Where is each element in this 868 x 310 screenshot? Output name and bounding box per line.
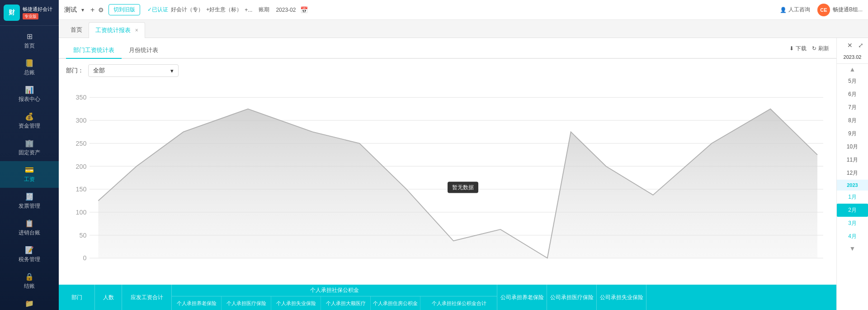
cal-month-5[interactable]: 5月 [837, 75, 868, 88]
sidebar-nav: ⊞ 首页 📒 总账 📊 报表中心 💰 资金管理 🏢 固定资产 💳 工资 🧾 发票… [0, 26, 59, 310]
sub-tab-monthly[interactable]: 月份统计表 [122, 43, 165, 59]
chevron-up-icon: ▲ [849, 66, 856, 73]
cal-year-2023: 2023 [837, 180, 868, 191]
sidebar-item-asset[interactable]: 🏢 固定资产 [0, 134, 59, 161]
sidebar-item-report[interactable]: 📊 报表中心 [0, 81, 59, 108]
refresh-btn[interactable]: ↻ 刷新 [812, 45, 829, 52]
assist-btn[interactable]: 👤 人工咨询 [780, 6, 810, 14]
tab-home[interactable]: 首页 [64, 22, 89, 38]
period-label: 账期 [259, 6, 269, 14]
filter-dropdown-icon: ▾ [170, 67, 174, 74]
cal-month-11[interactable]: 11月 [837, 153, 868, 167]
product-tag3: +... [245, 7, 252, 13]
th-personal-total: 个人承担社保公积金合计 [420, 296, 497, 310]
company-dropdown[interactable]: ▾ [81, 7, 84, 13]
cal-month-7[interactable]: 7月 [837, 101, 868, 114]
dept-filter-label: 部门： [66, 67, 84, 75]
tab-close-icon[interactable]: × [135, 27, 138, 33]
svg-text:150: 150 [76, 186, 87, 193]
add-icon[interactable]: + [90, 6, 94, 14]
cal-month-4[interactable]: 4月 [837, 230, 868, 243]
svg-text:100: 100 [76, 209, 87, 216]
sub-tab-dept[interactable]: 部门工资统计表 [66, 43, 122, 59]
app-logo-icon: 财 [4, 5, 20, 21]
sidebar-item-fund[interactable]: 💰 资金管理 [0, 108, 59, 134]
app-logo-text: 畅捷通好会计 专业版 [23, 6, 52, 20]
asset-icon: 🏢 [25, 139, 34, 148]
cal-month-6[interactable]: 6月 [837, 88, 868, 101]
user-avatar-area[interactable]: CE 畅捷通B组... [817, 4, 863, 16]
assist-icon: 👤 [780, 7, 787, 13]
cal-month-12[interactable]: 12月 [837, 167, 868, 180]
tab-salary-stat[interactable]: 工资统计报表 × [89, 22, 145, 38]
cal-month-1[interactable]: 1月 [837, 191, 868, 204]
close-account-icon: 🔒 [25, 272, 34, 281]
expand-panel-btn[interactable]: ⤢ [855, 40, 866, 51]
product-tag1: 好会计（专） [171, 6, 203, 14]
calendar-icon[interactable]: 📅 [300, 6, 308, 14]
svg-text:350: 350 [76, 94, 87, 101]
sidebar-item-tax[interactable]: 📝 税务管理 [0, 241, 59, 268]
filter-bar: 部门： 全部 ▾ [59, 59, 836, 82]
chevron-down-icon: ▼ [849, 245, 856, 252]
svg-text:50: 50 [80, 232, 87, 239]
certified-tag: ✓已认证 [147, 6, 168, 14]
sub-tabs: 部门工资统计表 月份统计表 ⬇ 下载 ↻ 刷新 [59, 38, 836, 59]
svg-text:250: 250 [76, 140, 87, 147]
th-personal-unemployment: 个人承担失业保险 [271, 296, 321, 310]
download-btn[interactable]: ⬇ 下载 [789, 45, 807, 52]
th-people: 人数 [95, 285, 122, 310]
header-tags: ✓已认证 好会计（专） +好生意（标） +... [147, 6, 252, 14]
sidebar-item-purchase[interactable]: 📋 进销台账 [0, 215, 59, 241]
sidebar-logo: 财 畅捷通好会计 专业版 [0, 0, 59, 26]
cal-month-3[interactable]: 3月 [837, 217, 868, 230]
th-personal-housing-fund: 个人承担住房公积金 [371, 296, 420, 310]
th-company-medical: 公司承担医疗保险 [547, 285, 597, 310]
th-personal-pension: 个人承担养老保险 [172, 296, 222, 310]
dropdown-arrow-icon: ▾ [81, 7, 84, 13]
fund-icon: 💰 [25, 112, 34, 121]
header-right: 👤 人工咨询 CE 畅捷通B组... [780, 4, 863, 16]
sidebar-item-salary[interactable]: 💳 工资 [0, 161, 59, 188]
ledger-icon: 📒 [25, 59, 34, 67]
cal-down-arrow[interactable]: ▼ [837, 243, 868, 254]
invoice-icon: 🧾 [25, 192, 34, 201]
sidebar-item-close[interactable]: 🔒 结账 [0, 268, 59, 295]
svg-text:300: 300 [76, 117, 87, 124]
sidebar-item-archive[interactable]: 📁 归档管理 [0, 295, 59, 310]
switch-old-btn[interactable]: 切到旧版 [108, 4, 140, 15]
sidebar-item-invoice[interactable]: 🧾 发票管理 [0, 188, 59, 215]
period-value: 2023-02 [276, 7, 296, 13]
product-tag2: +好生意（标） [206, 6, 242, 14]
right-calendar-sidebar: ✕ ⤢ 2023.02 ▲ 5月 6月 7月 8月 9月 10月 11月 12月… [836, 38, 868, 310]
th-dept: 部门 [59, 285, 95, 310]
cal-month-9[interactable]: 9月 [837, 127, 868, 140]
tab-bar: 首页 工资统计报表 × [59, 20, 868, 38]
cal-month-10[interactable]: 10月 [837, 140, 868, 153]
sidebar-item-home[interactable]: ⊞ 首页 [0, 28, 59, 54]
home-icon: ⊞ [27, 32, 33, 41]
area-chart: 350 300 250 200 150 100 50 0 [66, 86, 829, 281]
dept-filter-select[interactable]: 全部 ▾ [88, 64, 179, 77]
avatar: CE [817, 4, 830, 16]
sub-tabs-right: ⬇ 下载 ↻ 刷新 [789, 45, 829, 56]
cal-month-2-selected[interactable]: 2月 [837, 204, 868, 217]
cal-month-8[interactable]: 8月 [837, 114, 868, 127]
cal-up-arrow[interactable]: ▲ [837, 64, 868, 75]
company-name: 测试 [64, 6, 77, 14]
chart-area: 350 300 250 200 150 100 50 0 [59, 82, 836, 285]
th-total-salary: 应发工资合计 [122, 285, 172, 310]
main-area: 测试 ▾ + ⚙ 切到旧版 ✓已认证 好会计（专） +好生意（标） +... 账… [59, 0, 868, 310]
close-panel-btn[interactable]: ✕ [844, 40, 855, 51]
th-personal-medical: 个人承担医疗保险 [222, 296, 271, 310]
svg-text:0: 0 [83, 255, 86, 262]
gear-icon[interactable]: ⚙ [98, 6, 104, 14]
sidebar-item-ledger[interactable]: 📒 总账 [0, 54, 59, 81]
page-content: 部门工资统计表 月份统计表 ⬇ 下载 ↻ 刷新 [59, 38, 836, 310]
svg-text:200: 200 [76, 163, 87, 170]
user-name: 畅捷通B组... [833, 6, 863, 14]
cal-date-display: 2023.02 [837, 51, 868, 64]
th-company-pension: 公司承担养老保险 [497, 285, 547, 310]
tax-icon: 📝 [25, 246, 34, 254]
header-actions: + ⚙ [90, 6, 104, 14]
